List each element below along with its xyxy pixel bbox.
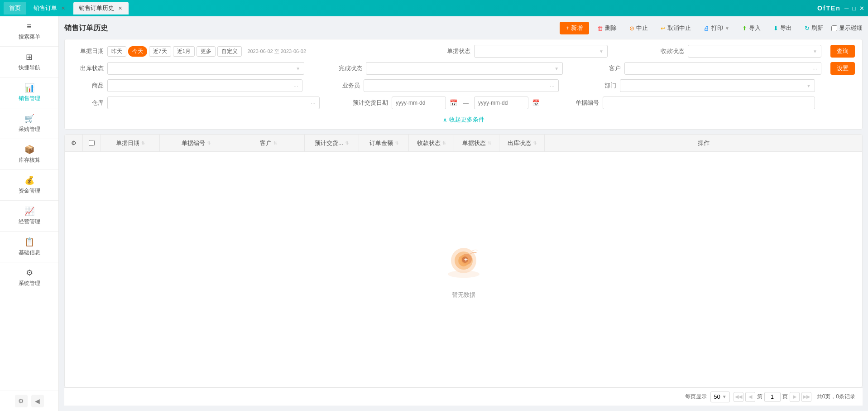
warehouse-select[interactable]: ··· bbox=[107, 97, 320, 109]
status-dropdown-icon: ▼ bbox=[599, 49, 604, 54]
stop-button[interactable]: ⊘ 中止 bbox=[625, 22, 652, 34]
calendar-icon-end[interactable]: 📅 bbox=[532, 99, 540, 106]
page-number-input[interactable] bbox=[764, 392, 781, 402]
tab-sales-order-close[interactable]: ✕ bbox=[60, 5, 66, 11]
date-btn-1month[interactable]: 近1月 bbox=[173, 46, 195, 57]
print-dropdown-icon[interactable]: ▼ bbox=[725, 26, 729, 31]
out-status-select[interactable]: ▼ bbox=[107, 62, 304, 75]
sidebar-item-quick-nav[interactable]: ⊞ 快捷导航 bbox=[0, 47, 58, 77]
receipt-dropdown-icon: ▼ bbox=[813, 49, 817, 54]
refresh-icon: ↻ bbox=[805, 25, 810, 32]
delete-button[interactable]: 🗑 删除 bbox=[593, 22, 621, 34]
display-detail-checkbox[interactable] bbox=[831, 25, 837, 31]
th-out-status-label: 出库状态 bbox=[508, 139, 531, 147]
sidebar-item-sales-mgmt[interactable]: 📊 销售管理 bbox=[0, 77, 58, 108]
page-label-after: 页 bbox=[782, 393, 788, 401]
query-button[interactable]: 查询 bbox=[830, 45, 855, 58]
page-label-before: 第 bbox=[757, 393, 762, 401]
page-size-select[interactable]: 50 ▼ bbox=[710, 392, 729, 402]
sidebar-bottom: ⚙ ◀ bbox=[0, 391, 58, 411]
delivery-end-input[interactable] bbox=[474, 97, 528, 109]
settings-bottom-icon[interactable]: ⚙ bbox=[15, 395, 28, 407]
tab-home-label: 首页 bbox=[9, 4, 21, 12]
dept-select[interactable]: ▼ bbox=[620, 79, 815, 92]
cancel-stop-button[interactable]: ↩ 取消中止 bbox=[656, 22, 695, 34]
date-btn-custom[interactable]: 自定义 bbox=[217, 46, 242, 57]
th-order-no-sort[interactable]: ⇅ bbox=[207, 140, 211, 145]
th-order-no: 单据编号 ⇅ bbox=[160, 135, 232, 151]
import-button[interactable]: ⬆ 导入 bbox=[738, 22, 765, 34]
th-customer-sort[interactable]: ⇅ bbox=[273, 140, 277, 145]
display-detail-label[interactable]: 显示碰细 bbox=[831, 24, 863, 32]
salesman-label: 业务员 bbox=[328, 82, 360, 90]
prev-page-button[interactable]: ◀ bbox=[745, 392, 755, 402]
th-status-sort[interactable]: ⇅ bbox=[488, 140, 491, 145]
date-btn-more[interactable]: 更多 bbox=[197, 46, 216, 57]
stop-button-label: 中止 bbox=[636, 24, 648, 32]
goods-select[interactable]: ··· bbox=[107, 79, 302, 92]
warehouse-dots: ··· bbox=[311, 100, 316, 106]
sidebar-item-sys-mgmt[interactable]: ⚙ 系统管理 bbox=[0, 262, 58, 293]
window-maximize[interactable]: □ bbox=[852, 5, 856, 12]
out-status-label: 出库状态 bbox=[72, 64, 104, 73]
collapse-row[interactable]: ∧ 收起更多条件 bbox=[72, 114, 855, 124]
content-area: 销售订单历史 + 新增 🗑 删除 ⊘ 中止 ↩ 取消中止 bbox=[59, 16, 868, 411]
receipt-select[interactable]: ▼ bbox=[688, 45, 821, 58]
th-date-sort[interactable]: ⇅ bbox=[141, 140, 145, 145]
sys-mgmt-icon: ⚙ bbox=[26, 268, 33, 278]
sidebar-item-inventory[interactable]: 📦 库存核算 bbox=[0, 139, 58, 170]
calendar-icon-start[interactable]: 📅 bbox=[450, 99, 457, 106]
customer-select[interactable]: ··· bbox=[624, 62, 821, 75]
warehouse-label: 仓库 bbox=[72, 99, 104, 107]
export-button[interactable]: ⬇ 导出 bbox=[769, 22, 796, 34]
first-page-button[interactable]: ◀◀ bbox=[734, 392, 743, 402]
th-amount-sort[interactable]: ⇅ bbox=[395, 140, 398, 145]
date-range-text: 2023-06-02 至 2023-06-02 bbox=[247, 48, 306, 55]
date-separator: — bbox=[461, 100, 470, 106]
th-check[interactable] bbox=[83, 135, 101, 151]
status-select[interactable]: ▼ bbox=[474, 45, 608, 58]
sidebar-item-base-info[interactable]: 📋 基础信息 bbox=[0, 232, 58, 262]
select-all-checkbox[interactable] bbox=[89, 140, 95, 146]
order-no-input[interactable] bbox=[603, 97, 815, 109]
new-button[interactable]: + 新增 bbox=[560, 22, 589, 34]
display-detail-text: 显示碰细 bbox=[839, 24, 863, 32]
settings-icon: ⚙ bbox=[71, 140, 77, 146]
date-btn-yesterday[interactable]: 昨天 bbox=[107, 46, 126, 57]
print-button-label: 打印 bbox=[711, 24, 723, 32]
window-close[interactable]: ✕ bbox=[859, 5, 864, 12]
table-body: 暂无数据 bbox=[65, 152, 862, 387]
tab-sales-order-history[interactable]: 销售订单历史 ✕ bbox=[73, 2, 129, 15]
tab-sales-order-history-close[interactable]: ✕ bbox=[117, 5, 123, 11]
collapse-sidebar-icon[interactable]: ◀ bbox=[31, 395, 44, 407]
delivery-start-input[interactable] bbox=[392, 97, 446, 109]
sidebar-item-finance[interactable]: 💰 资金管理 bbox=[0, 170, 58, 201]
tab-home[interactable]: 首页 bbox=[4, 2, 26, 15]
th-settings[interactable]: ⚙ bbox=[65, 135, 83, 151]
th-amount: 订单金额 ⇅ bbox=[359, 135, 409, 151]
refresh-button[interactable]: ↻ 刷新 bbox=[800, 22, 828, 34]
th-receipt-sort[interactable]: ⇅ bbox=[442, 140, 446, 145]
tab-sales-order[interactable]: 销售订单 ✕ bbox=[28, 2, 72, 15]
status-label: 单据状态 bbox=[439, 47, 470, 55]
sidebar-item-operations[interactable]: 📈 经营管理 bbox=[0, 201, 58, 232]
th-delivery-sort[interactable]: ⇅ bbox=[345, 140, 349, 145]
page-content: 销售订单历史 + 新增 🗑 删除 ⊘ 中止 ↩ 取消中止 bbox=[59, 16, 868, 411]
th-status: 单据状态 ⇅ bbox=[454, 135, 499, 151]
date-btn-7days[interactable]: 近7天 bbox=[149, 46, 171, 57]
sidebar-item-search-menu[interactable]: ≡ 搜索菜单 bbox=[0, 16, 58, 47]
th-order-no-label: 单据编号 bbox=[182, 139, 205, 147]
th-date-label: 单据日期 bbox=[116, 139, 139, 147]
settings-button[interactable]: 设置 bbox=[830, 62, 855, 75]
last-page-button[interactable]: ▶▶ bbox=[801, 392, 811, 402]
purchase-mgmt-icon: 🛒 bbox=[24, 114, 34, 124]
sidebar-item-purchase-mgmt[interactable]: 🛒 采购管理 bbox=[0, 108, 58, 139]
salesman-select[interactable]: ··· bbox=[364, 79, 559, 92]
print-button[interactable]: 🖨 打印 ▼ bbox=[699, 22, 734, 34]
main-layout: ≡ 搜索菜单 ⊞ 快捷导航 📊 销售管理 🛒 采购管理 📦 库存核算 💰 资金管… bbox=[0, 16, 868, 411]
window-minimize[interactable]: ─ bbox=[844, 5, 849, 12]
th-out-status-sort[interactable]: ⇅ bbox=[533, 140, 537, 145]
date-btn-today[interactable]: 今天 bbox=[128, 46, 147, 57]
complete-select[interactable]: ▼ bbox=[366, 62, 563, 75]
next-page-button[interactable]: ▶ bbox=[790, 392, 800, 402]
